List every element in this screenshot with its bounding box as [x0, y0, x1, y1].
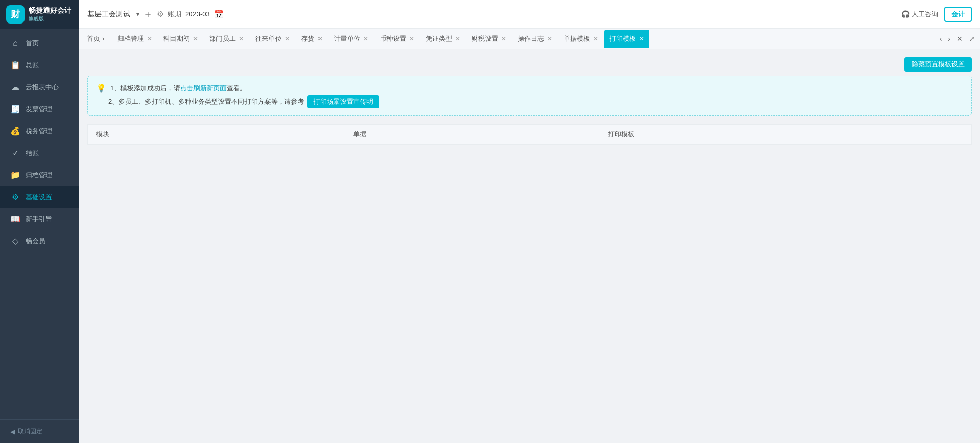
- tab-oplog[interactable]: 操作日志✕: [512, 30, 557, 48]
- main-content: 基层工会测试 ▾ ＋ ⚙ 账期 2023-03 📅 🎧 人工咨询 会计 首页›归…: [79, 0, 980, 443]
- calendar-icon[interactable]: 📅: [214, 9, 224, 19]
- tab-label-dept: 部门员工: [209, 34, 236, 43]
- tab-label-unit: 计量单位: [334, 34, 360, 43]
- unpin-label: 取消固定: [18, 427, 42, 436]
- tab-close-unit[interactable]: ✕: [363, 35, 369, 42]
- tab-close-supplier[interactable]: ✕: [285, 35, 290, 42]
- hide-preview-area: 隐藏预置模板设置: [87, 57, 972, 72]
- nav-label-guide: 新手引导: [26, 215, 52, 224]
- sidebar-item-ledger[interactable]: 📋 总账: [0, 54, 79, 76]
- tab-next-button[interactable]: ›: [945, 35, 953, 43]
- info-line1-suffix: 查看。: [227, 84, 247, 93]
- tab-supplier[interactable]: 往来单位✕: [250, 30, 295, 48]
- tab-label-currency: 币种设置: [380, 34, 406, 43]
- tab-close-dept[interactable]: ✕: [239, 35, 244, 42]
- sidebar-item-settings[interactable]: ⚙ 基础设置: [0, 186, 79, 208]
- nav-icon-reports: ☁: [10, 82, 20, 92]
- kuaiji-button[interactable]: 会计: [944, 7, 972, 22]
- logo-icon: 财: [6, 5, 24, 24]
- tab-close-finance[interactable]: ✕: [501, 35, 506, 42]
- add-org-button[interactable]: ＋: [143, 8, 153, 20]
- topbar-left: 基层工会测试 ▾ ＋ ⚙ 账期 2023-03 📅: [87, 8, 224, 20]
- info-line2-prefix: 2、多员工、多打印机、多种业务类型设置不同打印方案等，请参考: [108, 97, 304, 106]
- sidebar-item-checkout[interactable]: ✓ 结账: [0, 142, 79, 164]
- tab-subject[interactable]: 科目期初✕: [158, 30, 203, 48]
- topbar-right: 🎧 人工咨询 会计: [901, 7, 972, 22]
- tab-currency[interactable]: 币种设置✕: [375, 30, 420, 48]
- sidebar: 财 畅捷通好会计 旗舰版 ⌂ 首页 📋 总账 ☁ 云报表中心 🧾 发票管理 💰 …: [0, 0, 79, 443]
- tab-label-inventory: 存货: [301, 34, 314, 43]
- nav-icon-checkout: ✓: [10, 148, 20, 158]
- tab-close-all-button[interactable]: ✕: [953, 35, 966, 43]
- tab-close-print[interactable]: ✕: [639, 35, 644, 42]
- sidebar-item-invoice[interactable]: 🧾 发票管理: [0, 98, 79, 120]
- period-label: 账期: [168, 10, 181, 19]
- tab-finance[interactable]: 财税设置✕: [467, 30, 511, 48]
- sidebar-item-member[interactable]: ◇ 畅会员: [0, 230, 79, 252]
- sidebar-unpin[interactable]: ◀ 取消固定: [0, 419, 79, 443]
- nav-icon-guide: 📖: [10, 214, 20, 224]
- sidebar-item-home[interactable]: ⌂ 首页: [0, 33, 79, 54]
- nav-icon-invoice: 🧾: [10, 104, 20, 114]
- nav-label-invoice: 发票管理: [26, 105, 52, 114]
- support-button[interactable]: 🎧 人工咨询: [901, 10, 938, 19]
- tab-label-subject: 科目期初: [163, 34, 190, 43]
- tab-label-supplier: 往来单位: [255, 34, 282, 43]
- sidebar-logo: 财 畅捷通好会计 旗舰版: [0, 0, 79, 29]
- support-label: 人工咨询: [912, 10, 938, 19]
- tab-label-voucher: 凭证类型: [426, 34, 452, 43]
- col-print-template: 打印模板: [600, 125, 971, 145]
- tab-close-inventory[interactable]: ✕: [317, 35, 323, 42]
- tab-unit[interactable]: 计量单位✕: [329, 30, 374, 48]
- nav-label-member: 畅会员: [26, 237, 45, 246]
- tab-label-receipt: 单据模板: [564, 34, 590, 43]
- nav-icon-settings: ⚙: [10, 192, 20, 202]
- table-header: 模块 单据 打印模板: [88, 125, 972, 145]
- col-receipt: 单据: [345, 125, 600, 145]
- logo-subtitle: 旗舰版: [29, 15, 71, 22]
- sidebar-nav: ⌂ 首页 📋 总账 ☁ 云报表中心 🧾 发票管理 💰 税务管理 ✓ 结账 📁 归…: [0, 29, 79, 419]
- nav-icon-archive: 📁: [10, 170, 20, 180]
- tab-expand-button[interactable]: ⤢: [966, 35, 978, 43]
- tab-close-voucher[interactable]: ✕: [455, 35, 460, 42]
- logo-title: 畅捷通好会计: [29, 6, 71, 15]
- tab-label-archive: 归档管理: [117, 34, 144, 43]
- tab-chevron-home: ›: [102, 35, 104, 42]
- org-dropdown-icon[interactable]: ▾: [136, 11, 139, 18]
- info-box: 💡 1、模板添加成功后，请 点击刷新新页面 查看。 2、多员工、多打印机、多种业…: [87, 76, 972, 116]
- nav-label-tax: 税务管理: [26, 127, 52, 136]
- tabbar: 首页›归档管理✕科目期初✕部门员工✕往来单位✕存货✕计量单位✕币种设置✕凭证类型…: [79, 29, 980, 49]
- col-module: 模块: [88, 125, 345, 145]
- tab-close-subject[interactable]: ✕: [193, 35, 198, 42]
- headset-icon: 🎧: [901, 10, 910, 18]
- hide-preview-button[interactable]: 隐藏预置模板设置: [904, 57, 972, 72]
- info-row-1: 💡 1、模板添加成功后，请 点击刷新新页面 查看。: [96, 83, 963, 93]
- print-scene-button[interactable]: 打印场景设置宣传明: [307, 95, 379, 108]
- sidebar-item-archive[interactable]: 📁 归档管理: [0, 164, 79, 186]
- tab-inventory[interactable]: 存货✕: [296, 30, 328, 48]
- sidebar-item-reports[interactable]: ☁ 云报表中心: [0, 76, 79, 98]
- period-value: 2023-03: [185, 10, 210, 18]
- tab-prev-button[interactable]: ‹: [937, 35, 945, 43]
- tab-dept[interactable]: 部门员工✕: [204, 30, 249, 48]
- tab-close-receipt[interactable]: ✕: [593, 35, 598, 42]
- tab-label-oplog: 操作日志: [518, 34, 544, 43]
- tab-home[interactable]: 首页›: [82, 30, 111, 48]
- tab-close-archive[interactable]: ✕: [147, 35, 152, 42]
- refresh-link[interactable]: 点击刷新新页面: [180, 84, 227, 93]
- info-line1-prefix: 1、模板添加成功后，请: [110, 84, 180, 93]
- nav-label-reports: 云报表中心: [26, 83, 59, 92]
- tab-receipt[interactable]: 单据模板✕: [558, 30, 603, 48]
- tab-close-currency[interactable]: ✕: [409, 35, 414, 42]
- tab-close-oplog[interactable]: ✕: [547, 35, 552, 42]
- kuaiji-label: 会计: [951, 10, 965, 18]
- sidebar-item-guide[interactable]: 📖 新手引导: [0, 208, 79, 230]
- tab-archive[interactable]: 归档管理✕: [112, 30, 157, 48]
- nav-icon-tax: 💰: [10, 126, 20, 136]
- nav-label-settings: 基础设置: [26, 193, 52, 202]
- tab-print[interactable]: 打印模板✕: [604, 30, 649, 48]
- info-row-2: 2、多员工、多打印机、多种业务类型设置不同打印方案等，请参考 打印场景设置宣传明: [96, 95, 963, 108]
- org-settings-icon[interactable]: ⚙: [157, 9, 164, 19]
- sidebar-item-tax[interactable]: 💰 税务管理: [0, 120, 79, 142]
- tab-voucher[interactable]: 凭证类型✕: [421, 30, 465, 48]
